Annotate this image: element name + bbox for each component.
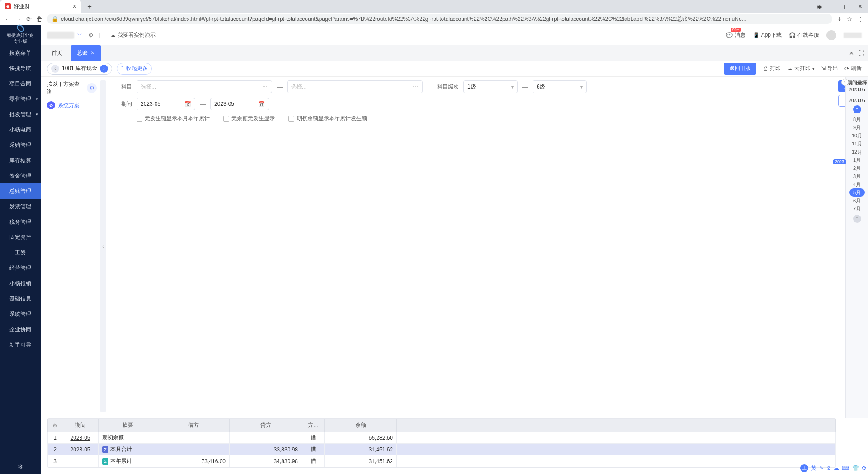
collapse-more-button[interactable]: ˄ 收起更多 [117, 63, 152, 75]
ime-lang[interactable]: 英 [811, 465, 816, 472]
sidebar-item[interactable]: 项目合同 [0, 76, 41, 91]
cloud-print-button[interactable]: ☁云打印▾ [787, 65, 815, 72]
tab-home[interactable]: 首页 [45, 45, 69, 61]
sidebar-item[interactable]: 基础信息 [0, 291, 41, 306]
reload-icon[interactable]: ⟳ [26, 15, 32, 23]
gear-icon: ⚙ [18, 463, 23, 470]
account-pill[interactable]: ‹ 1001 库存现金 › [47, 63, 112, 75]
sidebar-item[interactable]: 采购管理 [0, 137, 41, 153]
sidebar-item[interactable]: 快捷导航 [0, 61, 41, 76]
online-service-button[interactable]: 🎧 在线客服 [789, 31, 819, 39]
bookmark-icon[interactable]: ☆ [847, 15, 853, 23]
sidebar-item[interactable]: 工资 [0, 245, 41, 260]
rail-month[interactable]: 11月 [849, 140, 865, 148]
col-gear[interactable]: ⚙ [48, 419, 62, 432]
subject-to-select[interactable]: 选择...⋯ [287, 80, 423, 93]
messages-button[interactable]: 💬 99+ 消息 [726, 31, 745, 39]
sidebar-item[interactable]: 搜索菜单 [0, 45, 41, 61]
chk-no-balance[interactable]: 无余额无发生显示 [223, 115, 275, 122]
sidebar-item[interactable]: 系统管理 [0, 306, 41, 322]
old-version-button[interactable]: 退回旧版 [724, 63, 756, 75]
tray-icon[interactable]: ⌨ [842, 465, 849, 471]
period-link[interactable]: 2023-05 [70, 446, 90, 453]
rail-up-icon[interactable]: ˄ [853, 105, 861, 113]
back-icon[interactable]: ← [5, 15, 11, 23]
table-row[interactable]: 22023-05Σ本月合计33,830.98借31,451.62 [48, 444, 836, 455]
sidebar-item[interactable]: 零售管理▾ [0, 91, 41, 107]
rail-month[interactable]: 5月 [849, 188, 865, 197]
org-selector[interactable]: ﹀ [47, 31, 83, 39]
level-from-select[interactable]: 1级▾ [463, 80, 518, 93]
period-to-input[interactable]: 2023-05📅 [210, 98, 269, 110]
sidebar-settings[interactable]: ⚙ [0, 459, 41, 474]
chk-no-occur[interactable]: 无发生额显示本月本年累计 [137, 115, 210, 122]
rail-month[interactable]: 3月 [849, 172, 865, 180]
trash-icon[interactable]: 🗑 [36, 15, 42, 23]
install-icon[interactable]: ⤓ [837, 15, 842, 23]
sidebar-item[interactable]: 批发管理▾ [0, 107, 41, 122]
export-button[interactable]: ⇲导出 [821, 65, 838, 72]
sidebar-item[interactable]: 税务管理 [0, 214, 41, 230]
close-tab-icon[interactable]: ✕ [90, 50, 95, 56]
level-to-select[interactable]: 6级▾ [533, 80, 587, 93]
rail-month[interactable]: 4月 [849, 180, 865, 188]
brand-line1: 畅捷通好业财 [7, 32, 34, 38]
rail-month[interactable]: 6月 [849, 197, 865, 205]
tray-icon[interactable]: ✎ [819, 465, 824, 471]
collapse-scheme-handle[interactable]: ‹ [100, 80, 106, 412]
rail-collapse-icon[interactable]: › [841, 79, 849, 86]
sidebar-item[interactable]: 新手引导 [0, 337, 41, 352]
scheme-system[interactable]: ✿ 系统方案 [47, 101, 97, 109]
sidebar-item[interactable]: 经营管理 [0, 260, 41, 276]
avatar[interactable] [826, 30, 836, 40]
rail-month[interactable]: 12月 [849, 148, 865, 156]
app-download-button[interactable]: 📱 App下载 [753, 31, 782, 39]
period-from-input[interactable]: 2023-05📅 [137, 98, 195, 110]
tray-icon[interactable]: 👕 [852, 465, 859, 471]
prev-account-icon[interactable]: ‹ [51, 65, 59, 73]
browser-tab-active[interactable]: ◆ 好业财 ✕ [0, 0, 81, 13]
scheme-gear-icon[interactable]: ⚙ [87, 83, 97, 93]
rail-month[interactable]: 2月 [849, 164, 865, 172]
minimize-icon[interactable]: — [830, 3, 836, 10]
rail-month[interactable]: 1月 [849, 156, 865, 164]
org-settings-icon[interactable]: ⚙ [88, 32, 94, 38]
period-link[interactable]: 2023-05 [70, 435, 90, 441]
sidebar-item[interactable]: 小畅电商 [0, 122, 41, 137]
maximize-icon[interactable]: ▢ [844, 3, 849, 10]
rail-down-icon[interactable]: ˅ [853, 215, 861, 223]
subject-from-select[interactable]: 选择...⋯ [137, 80, 272, 93]
tray-icon[interactable]: ⊘ [826, 465, 831, 471]
rail-month[interactable]: 10月 [849, 131, 865, 140]
close-tab-icon[interactable]: ✕ [72, 3, 77, 9]
rail-month[interactable]: 8月 [849, 115, 865, 123]
tray-icon[interactable]: ✿ [862, 465, 866, 471]
tab-ledger[interactable]: 总账 ✕ [71, 45, 101, 61]
close-all-icon[interactable]: ✕ [849, 50, 854, 56]
new-tab-button[interactable]: ＋ [81, 2, 98, 11]
table-row[interactable]: 3Σ本年累计73,416.0034,830.98借31,451.62 [48, 455, 836, 467]
tray-icon[interactable]: ☁ [834, 465, 839, 471]
cloud-icon: ☁ [787, 66, 793, 72]
demo-link[interactable]: ☁ 我要看实例演示 [110, 31, 156, 39]
next-account-icon[interactable]: › [100, 65, 108, 73]
print-button[interactable]: 🖨打印 [763, 65, 781, 72]
sidebar-item[interactable]: 企业协同 [0, 322, 41, 337]
sidebar-item[interactable]: 资金管理 [0, 168, 41, 183]
rail-month[interactable]: 7月 [849, 205, 865, 213]
sidebar-item[interactable]: 发票管理 [0, 199, 41, 214]
refresh-button[interactable]: ⟳刷新 [844, 65, 862, 72]
sidebar-item[interactable]: 总账管理 [0, 183, 41, 199]
address-bar[interactable]: 🔒 cloud.chanjet.com/cc/u6d89qwnrye!/57bf… [47, 14, 832, 24]
table-row[interactable]: 12023-05期初余额借65,282.60 [48, 432, 836, 444]
ime-badge-icon[interactable]: 王 [800, 464, 808, 472]
close-window-icon[interactable]: ✕ [858, 3, 863, 10]
fullscreen-icon[interactable]: ⛶ [859, 50, 864, 56]
col-credit: 贷方 [230, 419, 302, 432]
sidebar-item[interactable]: 库存核算 [0, 153, 41, 168]
rail-month[interactable]: 9月 [849, 123, 865, 131]
sidebar-item[interactable]: 小畅报销 [0, 276, 41, 291]
sidebar-item[interactable]: 固定资产 [0, 230, 41, 245]
kebab-icon[interactable]: ⋮ [857, 15, 863, 23]
chk-opening[interactable]: 期初余额显示本年累计发生额 [288, 115, 367, 122]
